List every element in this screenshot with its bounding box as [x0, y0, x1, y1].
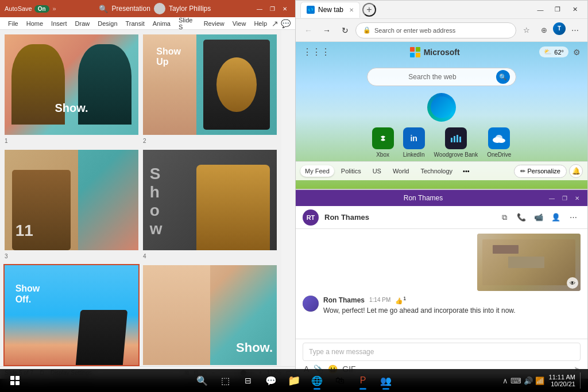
taskbar-search[interactable]: 🔍	[192, 370, 212, 391]
weather-badge[interactable]: ⛅ 62°	[539, 46, 568, 57]
bing-search-box[interactable]: Search the web 🔍	[367, 68, 516, 86]
taskbar-edge[interactable]: 🌐	[307, 370, 327, 391]
autosave-toggle[interactable]: On	[34, 5, 49, 13]
menu-home[interactable]: Home	[23, 19, 47, 28]
slide-3[interactable]: 11	[5, 150, 138, 250]
slide-5[interactable]: ShowOff.	[5, 265, 138, 366]
taskbar-powerpoint[interactable]: P	[353, 370, 373, 391]
keyboard-icon[interactable]: ⌨	[510, 377, 521, 385]
notifications-button[interactable]: 🔔	[569, 164, 583, 178]
slide-2[interactable]: ShowUp	[143, 34, 277, 135]
taskbar-teams[interactable]: 👥	[376, 370, 396, 391]
add-people-icon[interactable]: 👤	[548, 210, 563, 225]
address-text: Search or enter web address	[374, 27, 509, 34]
personalize-button[interactable]: ✏ Personalize	[514, 165, 567, 178]
share-icon[interactable]: ↗	[272, 19, 278, 28]
logo-blue	[410, 53, 415, 57]
volume-icon[interactable]: 🔊	[524, 377, 533, 385]
maximize-button[interactable]: ❐	[559, 192, 570, 204]
slide-4[interactable]: Show	[143, 150, 277, 250]
minimize-button[interactable]: —	[532, 3, 548, 17]
favorites-button[interactable]: ☆	[519, 22, 535, 38]
start-button[interactable]	[6, 371, 24, 390]
tray-expand-icon[interactable]: ∧	[502, 377, 508, 385]
menu-review[interactable]: Review	[200, 19, 228, 28]
search-submit-button[interactable]: 🔍	[496, 70, 510, 84]
apps-grid-icon[interactable]: ⋮⋮⋮	[303, 46, 330, 57]
show-desktop-button[interactable]	[580, 372, 582, 389]
collections-button[interactable]: ⊕	[536, 22, 552, 38]
taskbar-widgets[interactable]: ⊟	[238, 370, 258, 391]
settings-icon[interactable]: ⚙	[573, 48, 581, 57]
menu-insert[interactable]: Insert	[48, 19, 71, 28]
news-tab-my-feed[interactable]: My Feed	[300, 165, 334, 177]
taskbar-right: ∧ ⌨ 🔊 📶 11:11 AM 10/20/21	[502, 372, 582, 389]
close-button[interactable]: ✕	[567, 3, 583, 17]
edge-tab[interactable]: New tab ✕	[300, 2, 360, 18]
menu-draw[interactable]: Draw	[72, 19, 94, 28]
woodgrove-icon	[445, 127, 467, 149]
slide-6[interactable]: Show.	[143, 265, 277, 366]
call-icon[interactable]: 📞	[514, 210, 529, 225]
menu-file[interactable]: File	[5, 19, 22, 28]
quick-link-onedrive[interactable]: OneDrive	[487, 127, 511, 158]
comment-icon[interactable]: 💬	[281, 19, 291, 28]
settings-more-button[interactable]: ⋯	[567, 22, 583, 38]
svg-rect-5	[457, 135, 458, 142]
close-button[interactable]: ✕	[571, 192, 583, 204]
minimize-button[interactable]: —	[254, 3, 265, 14]
see-more-button[interactable]: 👁	[567, 277, 578, 289]
menu-help[interactable]: Help	[250, 19, 270, 28]
quick-link-linkedin[interactable]: in LinkedIn	[403, 127, 425, 158]
maximize-button[interactable]: ❐	[550, 3, 566, 17]
menu-transit[interactable]: Transit	[122, 19, 148, 28]
tab-close-button[interactable]: ✕	[349, 7, 354, 13]
search-icon[interactable]: 🔍	[99, 5, 108, 13]
taskbar-file-explorer[interactable]: 📁	[284, 370, 304, 391]
news-tab-technology[interactable]: Technology	[416, 165, 457, 177]
new-tab-button[interactable]: +	[362, 3, 376, 17]
menu-anima[interactable]: Anima	[149, 19, 174, 28]
menu-slides[interactable]: Slide S	[175, 15, 199, 32]
slide-4-text: Show	[150, 165, 163, 238]
forward-button[interactable]: →	[319, 22, 335, 38]
xbox-icon	[372, 127, 394, 149]
news-tab-politics[interactable]: Politics	[336, 165, 366, 177]
quick-link-woodgrove[interactable]: Woodgrove Bank	[434, 127, 478, 158]
taskbar: 🔍 ⬚ ⊟ 💬 📁 🌐 🛍 P 👥 ∧ ⌨ 🔊	[0, 369, 588, 392]
news-tab-world[interactable]: World	[388, 165, 414, 177]
system-clock[interactable]: 11:11 AM 10/20/21	[549, 374, 575, 387]
quick-link-xbox[interactable]: Xbox	[372, 127, 394, 158]
taskbar-task-view[interactable]: ⬚	[215, 370, 235, 391]
close-button[interactable]: ✕	[279, 3, 291, 14]
back-button[interactable]: ←	[300, 22, 316, 38]
powerpoint-window: AutoSave On » 🔍 Presentation Taylor Phil…	[0, 0, 295, 379]
expand-icon[interactable]: »	[53, 5, 56, 12]
taskbar-chat[interactable]: 💬	[261, 370, 281, 391]
message-reaction[interactable]: 👍1	[395, 296, 406, 305]
refresh-button[interactable]: ↻	[337, 22, 353, 38]
teams-icon: 👥	[380, 375, 392, 386]
message-sender: Ron Thames	[323, 296, 365, 304]
maximize-button[interactable]: ❐	[266, 3, 278, 14]
more-options-icon[interactable]: ⋯	[566, 210, 581, 225]
news-tab-us[interactable]: US	[368, 165, 386, 177]
menu-design[interactable]: Design	[94, 19, 121, 28]
expand-icon[interactable]: ⧉	[497, 210, 512, 225]
network-icon[interactable]: 📶	[535, 377, 544, 385]
minimize-button[interactable]: —	[546, 192, 558, 204]
slide-1[interactable]: Show.	[5, 34, 138, 135]
svg-rect-4	[454, 136, 455, 142]
task-view-icon: ⬚	[221, 375, 230, 386]
video-call-icon[interactable]: 📹	[531, 210, 546, 225]
taskbar-center: 🔍 ⬚ ⊟ 💬 📁 🌐 🛍 P 👥	[192, 370, 396, 391]
logo-sq-1	[10, 376, 14, 380]
menu-view[interactable]: View	[229, 19, 250, 28]
taskbar-store[interactable]: 🛍	[330, 370, 350, 391]
address-bar[interactable]: 🔒 Search or enter web address	[355, 22, 516, 38]
teams-message-input[interactable]: Type a new message	[303, 343, 581, 361]
slide-3-number: 3	[5, 253, 8, 259]
more-tabs-button[interactable]: •••	[459, 165, 473, 177]
profile-avatar[interactable]: T	[553, 22, 566, 35]
lock-icon: 🔒	[363, 26, 371, 34]
